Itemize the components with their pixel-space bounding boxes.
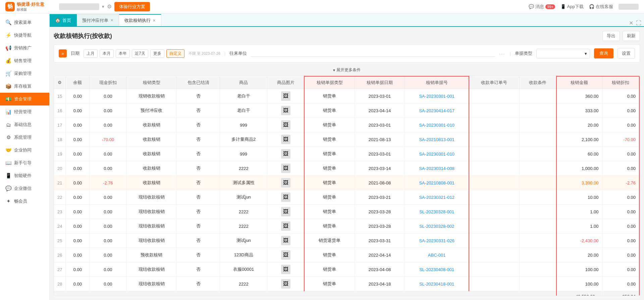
cancel-number-link[interactable]: SL-20230328-001 — [419, 209, 454, 214]
cell-goods-img: 🖼 — [267, 103, 304, 118]
date-custom[interactable]: 自定义 — [166, 49, 184, 58]
refresh-button[interactable]: 刷新 — [623, 31, 640, 41]
filter-more-icon[interactable]: ··· — [499, 51, 506, 56]
tab-close-all-icon[interactable]: ✕ — [629, 20, 633, 26]
cancel-number-link[interactable]: ABC-001 — [428, 253, 446, 258]
cell-goods-img: 🖼 — [267, 205, 304, 219]
cancel-number-link[interactable]: SA-20230414-017 — [419, 108, 454, 113]
query-button[interactable]: 查询 — [594, 48, 613, 58]
cancel-number-link[interactable]: SA-20230301-001 — [419, 94, 454, 99]
filter-divider2: | — [510, 51, 511, 56]
sidebar-item-collab[interactable]: 🤝 企业协同 — [0, 144, 49, 157]
cell-cancel-bill-type: 销货单 — [304, 147, 355, 161]
cell-goods: 2222 — [220, 277, 267, 291]
cell-cancel-discount: 0.00 — [602, 219, 639, 233]
cell-receipt-condition — [519, 248, 556, 262]
table-row: 23 0.00 0.00 现结收款核销 否 2222 🖼 销货单 2023-03… — [54, 205, 639, 219]
date-7days[interactable]: 近7天 — [132, 49, 148, 58]
single-type-select[interactable]: ▾ — [536, 49, 590, 58]
cancel-number-link[interactable]: SL-20230408-001 — [419, 267, 454, 272]
cell-goods-img: 🖼 — [267, 132, 304, 147]
sidebar-item-quick[interactable]: ⚡ 快捷导航 — [0, 29, 49, 42]
cell-num: 27 — [54, 262, 66, 277]
cancel-number-link[interactable]: SL-20230328-002 — [419, 224, 454, 229]
settings-icon[interactable]: ⚙ — [107, 3, 112, 10]
cell-num: 26 — [54, 248, 66, 262]
date-curr-year[interactable]: 本年 — [116, 49, 130, 58]
cell-cancel-date: 2023-03-14 — [355, 161, 405, 176]
tab-home[interactable]: 🏠 首页 — [50, 14, 77, 26]
date-prev-month[interactable]: 上月 — [84, 49, 98, 58]
cell-cancel-date: 2022-04-14 — [355, 248, 405, 262]
sidebar-item-member[interactable]: ✦ 畅会员 — [0, 195, 49, 208]
date-curr-month[interactable]: 本月 — [100, 49, 114, 58]
single-type-input[interactable] — [539, 50, 583, 57]
cancel-number-link[interactable]: SA-20230301-010 — [419, 152, 454, 157]
sidebar-label-hardware: 智能硬件 — [14, 173, 32, 179]
sidebar-item-finance[interactable]: 💵 资金管理 — [0, 93, 49, 105]
cancel-number-link[interactable]: SA-20230314-008 — [419, 166, 454, 171]
tab-receipt[interactable]: 收款核销执行 ✕ — [119, 14, 161, 26]
sidebar-item-sales[interactable]: 💰 销售管理 — [0, 54, 49, 67]
tab-prepay-close[interactable]: ✕ — [110, 18, 113, 23]
sidebar-item-wechat[interactable]: 💬 企业微信 — [0, 182, 49, 195]
cell-goods: 老白干 — [220, 103, 267, 118]
sidebar-item-hardware[interactable]: 📱 智能硬件 — [0, 169, 49, 182]
operations-icon: 📊 — [5, 109, 11, 115]
cell-num: 25 — [54, 233, 66, 248]
cell-balance: 0.00 — [66, 103, 90, 118]
settings-button[interactable]: 设置 — [618, 48, 635, 59]
partner-input[interactable] — [251, 50, 495, 57]
cell-cancel-date: 2021-08-08 — [355, 176, 405, 190]
cell-cancel-date: 2023-03-01 — [355, 147, 405, 161]
sidebar-label-search: 搜索菜单 — [14, 19, 32, 26]
sidebar-label-purchase: 采购管理 — [14, 71, 32, 77]
cancel-number-link[interactable]: SA-20230321-012 — [419, 195, 454, 200]
sidebar-item-search[interactable]: 🔍 搜索菜单 — [0, 16, 49, 29]
cell-goods-img: 🖼 — [267, 219, 304, 233]
tab-prepay[interactable]: 预付冲应付单 ✕ — [77, 14, 119, 26]
cell-cancel-discount: 0.00 — [602, 190, 639, 205]
cancel-number-link[interactable]: SA-20230331-026 — [419, 238, 454, 243]
solution-button[interactable]: 体验行业方案 — [114, 2, 150, 11]
sidebar-item-basic[interactable]: 🗂 基础信息 — [0, 118, 49, 131]
cell-goods: 测试jun — [220, 233, 267, 248]
cell-cancel-date: 2023-03-01 — [355, 89, 405, 103]
sidebar-item-marketing[interactable]: 📢 营销推广 — [0, 42, 49, 54]
cancel-number-link[interactable]: SA-20210813-001 — [419, 137, 454, 142]
cell-receipt-condition — [519, 118, 556, 132]
message-item[interactable]: 💬 消息 99+ — [529, 4, 555, 10]
sidebar-item-operations[interactable]: 📊 经营管理 — [0, 105, 49, 118]
table-row: 25 0.00 0.00 现结收款核销 否 测试jun 🖼 销货退货单 2023… — [54, 233, 639, 248]
sidebar-item-purchase[interactable]: 🛒 采购管理 — [0, 67, 49, 80]
cell-num: 17 — [54, 118, 66, 132]
cell-cancel-date: 2023-03-01 — [355, 118, 405, 132]
cell-goods: 2222 — [220, 161, 267, 176]
cell-cancel-discount: 0.00 — [602, 233, 639, 248]
table-row: 15 0.00 0.00 现销收款核销 否 老白干 🖼 销货单 2023-03-… — [54, 89, 639, 103]
cell-cancel-type: 现结收款核销 — [126, 233, 176, 248]
filter-expand-button[interactable]: » — [59, 49, 67, 57]
th-settings[interactable]: ⚙ — [54, 76, 66, 89]
chevron-down-icon: ▾ — [585, 51, 587, 56]
cell-cancel-amount: 100.00 — [556, 277, 602, 291]
cancel-number-link[interactable]: SL-20230418-001 — [419, 282, 454, 287]
cell-cancel-date: 2023-03-28 — [355, 205, 405, 219]
dropdown-icon[interactable]: ▾ — [102, 4, 104, 9]
tab-expand-icon[interactable]: ⛶ — [636, 20, 641, 26]
cancel-number-link[interactable]: SA-20210808-001 — [419, 180, 454, 185]
cancel-number-link[interactable]: SA-20230301-010 — [419, 123, 454, 128]
th-cancel-type: 核销类型 — [126, 76, 176, 89]
online-service[interactable]: 🎧 在线客服 — [589, 4, 613, 10]
cell-include-settled: 否 — [176, 219, 220, 233]
cell-receipt-order — [469, 248, 519, 262]
sidebar-item-guide[interactable]: 📖 新手引导 — [0, 157, 49, 169]
sidebar-item-system[interactable]: ⚙ 系统管理 — [0, 131, 49, 144]
sidebar-item-inventory[interactable]: 📦 库存核算 — [0, 80, 49, 93]
date-more[interactable]: 更多 — [150, 49, 164, 58]
tab-receipt-close[interactable]: ✕ — [153, 18, 156, 23]
export-button[interactable]: 导出 — [602, 31, 620, 41]
app-download[interactable]: 📱 App下载 — [560, 4, 584, 10]
cell-include-settled: 否 — [176, 190, 220, 205]
expand-more-bar[interactable]: ▾ 展开更多条件 — [54, 66, 640, 74]
